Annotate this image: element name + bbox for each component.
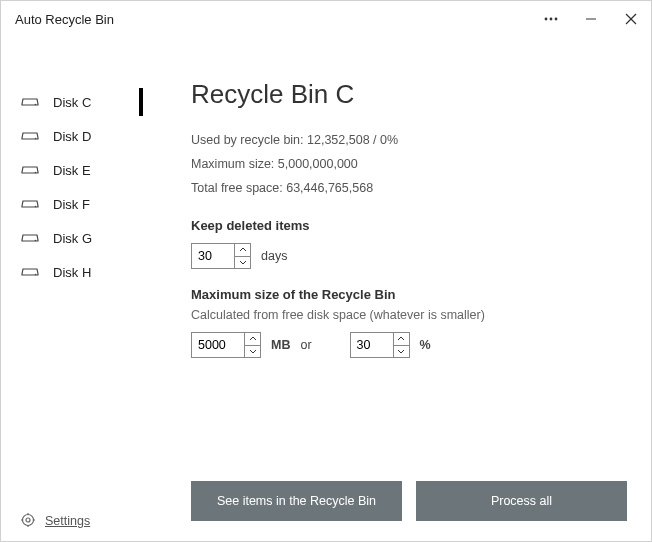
- gear-icon: [21, 513, 35, 530]
- chevron-down-icon: [239, 260, 247, 265]
- disk-icon: [21, 266, 39, 278]
- info-used: Used by recycle bin: 12,352,508 / 0%: [191, 128, 627, 152]
- sidebar: Disk C Disk D Disk E Disk F Disk G D: [1, 37, 161, 541]
- main-panel: Recycle Bin C Used by recycle bin: 12,35…: [161, 37, 651, 541]
- keep-days-input[interactable]: [192, 244, 234, 268]
- disk-icon: [21, 96, 39, 108]
- see-items-button[interactable]: See items in the Recycle Bin: [191, 481, 402, 521]
- chevron-down-icon: [249, 349, 257, 354]
- sidebar-item-label: Disk G: [53, 231, 92, 246]
- svg-point-2: [555, 18, 558, 21]
- svg-point-12: [23, 514, 34, 525]
- body: Disk C Disk D Disk E Disk F Disk G D: [1, 37, 651, 541]
- sidebar-item-disk-d[interactable]: Disk D: [1, 119, 161, 153]
- maxsize-label: Maximum size of the Recycle Bin: [191, 287, 627, 302]
- minimize-icon: [585, 13, 597, 25]
- maxsize-pct-spinner[interactable]: [350, 332, 410, 358]
- disk-icon: [21, 164, 39, 176]
- more-icon: [544, 17, 558, 21]
- svg-point-6: [35, 104, 37, 106]
- maxsize-pct-input[interactable]: [351, 333, 393, 357]
- settings-link[interactable]: Settings: [1, 501, 161, 541]
- maxsize-mb-spinner[interactable]: [191, 332, 261, 358]
- svg-point-10: [35, 240, 37, 242]
- active-indicator: [139, 88, 143, 116]
- keep-label: Keep deleted items: [191, 218, 627, 233]
- titlebar: Auto Recycle Bin: [1, 1, 651, 37]
- svg-point-1: [550, 18, 553, 21]
- svg-point-11: [35, 274, 37, 276]
- keep-days-spinner[interactable]: [191, 243, 251, 269]
- info-free: Total free space: 63,446,765,568: [191, 176, 627, 200]
- spinner-down-button[interactable]: [394, 346, 409, 358]
- spinner-up-button[interactable]: [245, 333, 260, 346]
- disk-icon: [21, 232, 39, 244]
- window-title: Auto Recycle Bin: [15, 12, 531, 27]
- close-icon: [625, 13, 637, 25]
- svg-point-7: [35, 138, 37, 140]
- chevron-up-icon: [397, 336, 405, 341]
- info-max: Maximum size: 5,000,000,000: [191, 152, 627, 176]
- maxsize-subtext: Calculated from free disk space (whateve…: [191, 308, 627, 322]
- chevron-down-icon: [397, 349, 405, 354]
- page-title: Recycle Bin C: [191, 79, 627, 110]
- disk-icon: [21, 198, 39, 210]
- spinner-down-button[interactable]: [245, 346, 260, 358]
- maxsize-pct-unit: %: [420, 338, 431, 352]
- spinner-up-button[interactable]: [235, 244, 250, 257]
- keep-days-unit: days: [261, 249, 287, 263]
- chevron-up-icon: [239, 247, 247, 252]
- svg-point-13: [26, 518, 30, 522]
- svg-point-8: [35, 172, 37, 174]
- app-window: Auto Recycle Bin Disk C Disk D Disk E: [0, 0, 652, 542]
- or-text: or: [300, 338, 311, 352]
- spinner-down-button[interactable]: [235, 257, 250, 269]
- sidebar-item-disk-h[interactable]: Disk H: [1, 255, 161, 289]
- settings-label: Settings: [45, 514, 90, 528]
- maxsize-mb-input[interactable]: [192, 333, 244, 357]
- spinner-up-button[interactable]: [394, 333, 409, 346]
- sidebar-item-label: Disk F: [53, 197, 90, 212]
- disk-icon: [21, 130, 39, 142]
- sidebar-item-disk-g[interactable]: Disk G: [1, 221, 161, 255]
- maxsize-mb-unit: MB: [271, 338, 290, 352]
- svg-point-0: [545, 18, 548, 21]
- sidebar-item-label: Disk E: [53, 163, 91, 178]
- sidebar-item-disk-c[interactable]: Disk C: [1, 85, 161, 119]
- sidebar-item-disk-e[interactable]: Disk E: [1, 153, 161, 187]
- svg-point-9: [35, 206, 37, 208]
- minimize-button[interactable]: [571, 1, 611, 37]
- chevron-up-icon: [249, 336, 257, 341]
- more-button[interactable]: [531, 1, 571, 37]
- process-all-button[interactable]: Process all: [416, 481, 627, 521]
- close-button[interactable]: [611, 1, 651, 37]
- sidebar-item-disk-f[interactable]: Disk F: [1, 187, 161, 221]
- sidebar-item-label: Disk H: [53, 265, 91, 280]
- sidebar-item-label: Disk D: [53, 129, 91, 144]
- sidebar-item-label: Disk C: [53, 95, 91, 110]
